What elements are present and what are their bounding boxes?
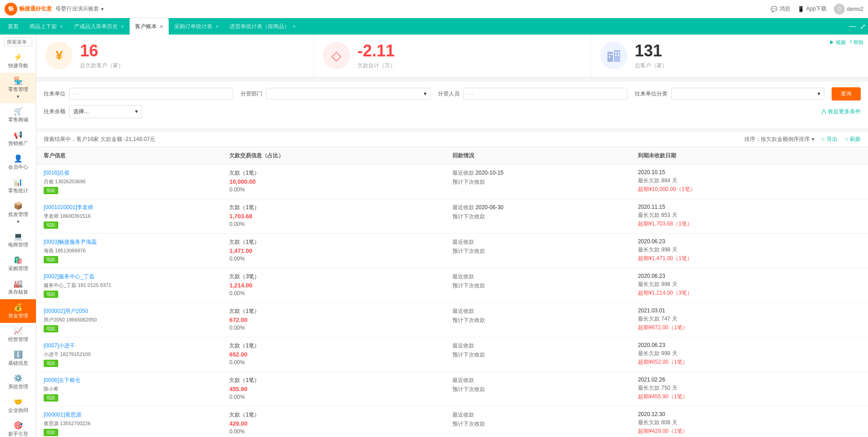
sidebar-item-retail-mgmt[interactable]: 🏪 零售管理 ▾ bbox=[0, 73, 36, 103]
debt-count-6: 欠款（1笔） bbox=[229, 377, 452, 384]
sidebar-item-ecommerce[interactable]: 💻 电商管理 bbox=[0, 228, 36, 252]
business-icon: 📈 bbox=[14, 326, 23, 335]
sidebar-item-member[interactable]: 👤 会员中心 bbox=[0, 151, 36, 174]
overdue-link-0[interactable]: 超期¥10,000.00（1笔） bbox=[638, 186, 696, 192]
stat-info-1: 16 总欠款客户（家） bbox=[80, 42, 124, 70]
debt-percent-0: 0.00% bbox=[229, 186, 452, 193]
sidebar-item-new-guide[interactable]: 🎯 新手引导 bbox=[0, 417, 36, 437]
tab-bar-actions: — ⤢ bbox=[849, 22, 866, 31]
from-unit-input[interactable]: ··· bbox=[69, 88, 233, 100]
filter-area: 往来单位 ··· 分管部门 ▾ 分管人员 ··· bbox=[36, 82, 868, 128]
message-icon: 💬 bbox=[771, 6, 778, 12]
overdue-link-3[interactable]: 超期¥1,214.00（3笔） bbox=[638, 290, 692, 296]
debt-amount-4[interactable]: 672.00 bbox=[229, 316, 452, 323]
overdue-link-1[interactable]: 超期¥1,703.68（1笔） bbox=[638, 221, 692, 227]
tab-close-account[interactable]: ✕ bbox=[160, 24, 163, 29]
tab-close-products[interactable]: ✕ bbox=[60, 24, 63, 29]
sidebar-item-system[interactable]: ⚙️ 系统管理 bbox=[0, 370, 36, 394]
client-name-5[interactable]: [0007]小进干 bbox=[44, 342, 229, 350]
filter-row-1: 往来单位 ··· 分管部门 ▾ 分管人员 ··· bbox=[44, 87, 861, 100]
search-menu-input[interactable] bbox=[4, 37, 32, 46]
tab-close-production[interactable]: ✕ bbox=[120, 24, 124, 29]
user-menu[interactable]: D demo2 bbox=[834, 4, 863, 15]
overdue-link-4[interactable]: 超期¥672.00（1笔） bbox=[638, 324, 688, 331]
client-info-1: [0001020001]李老师 李老师 18600391516 现款 bbox=[44, 204, 229, 229]
stat-icon-1: ¥ bbox=[45, 42, 73, 69]
collapse-button[interactable]: ⋀ 收起更多条件 bbox=[822, 108, 861, 116]
overdue-link-2[interactable]: 超期¥1,471.00（1笔） bbox=[638, 255, 692, 261]
person-input[interactable]: ··· bbox=[463, 88, 627, 100]
tab-close-purchase-order[interactable]: ✕ bbox=[215, 24, 219, 29]
app-download-button[interactable]: 📱 App下载 bbox=[798, 5, 827, 13]
dept-select[interactable]: ▾ bbox=[266, 88, 430, 100]
client-name-1[interactable]: [0001020001]李老师 bbox=[44, 204, 229, 211]
client-tag-6: 现款 bbox=[44, 394, 58, 402]
retail-mgmt-icon: 🏪 bbox=[14, 76, 23, 85]
tab-purchase-order[interactable]: 采购订单统计表 ✕ bbox=[169, 18, 224, 35]
sidebar-item-batch-mgmt[interactable]: 📦 批发管理 ▾ bbox=[0, 198, 36, 228]
debt-amount-3[interactable]: 1,214.00 bbox=[229, 282, 452, 289]
tab-close-purchase-stats[interactable]: ✕ bbox=[292, 24, 296, 29]
due-info-0: 2020.10.15 最长欠款 884 天 超期¥10,000.00（1笔） bbox=[638, 169, 861, 193]
sidebar-item-enterprise[interactable]: 🤝 企业协同 bbox=[0, 394, 36, 417]
window-minimize-icon[interactable]: — bbox=[849, 22, 856, 31]
debt-info-5: 欠款（1笔） 652.00 0.00% bbox=[229, 342, 452, 366]
export-button[interactable]: ○ 导出 bbox=[822, 136, 838, 143]
svg-rect-2 bbox=[609, 54, 610, 55]
client-name-7[interactable]: [000001]黄思源 bbox=[44, 411, 229, 419]
tab-production[interactable]: 产成品入库单历史 ✕ bbox=[69, 18, 130, 35]
debt-amount-1[interactable]: 1,703.68 bbox=[229, 213, 452, 220]
sort-label: 排序：按欠款金额倒序排序 ▾ bbox=[744, 136, 814, 143]
refresh-button[interactable]: ○ 刷新 bbox=[845, 136, 861, 143]
client-info-0: [0016]吕俊 吕俊 13026203696 现款 bbox=[44, 169, 229, 194]
debt-amount-5[interactable]: 652.00 bbox=[229, 351, 452, 358]
building-svg bbox=[606, 47, 622, 64]
overdue-link-5[interactable]: 超期¥652.00（1笔） bbox=[638, 359, 688, 365]
view-icon[interactable]: ▶ 视频 bbox=[829, 39, 846, 46]
sidebar-item-quick-nav[interactable]: ⚡ 快捷导航 bbox=[0, 49, 36, 73]
client-info-5: [0007]小进干 小进干 18279152100 现款 bbox=[44, 342, 229, 367]
due-info-2: 2020.06.23 最长欠款 998 天 超期¥1,471.00（1笔） bbox=[638, 238, 861, 262]
industry-selector[interactable]: 母婴行业演示账套 ▾ bbox=[55, 5, 104, 13]
sidebar-item-marketing[interactable]: 📢 营销推广 bbox=[0, 127, 36, 151]
client-phone-2: 海燕 18513066976 bbox=[44, 247, 229, 254]
table-row: [000001]黄思源 黄思源 13552700226 现款 欠款（1笔） 42… bbox=[36, 407, 868, 437]
sort-dropdown-icon[interactable]: ▾ bbox=[812, 136, 814, 142]
overdue-link-7[interactable]: 超期¥429.00（1笔） bbox=[638, 428, 688, 434]
client-name-0[interactable]: [0016]吕俊 bbox=[44, 169, 229, 177]
help-icon[interactable]: ? 帮助 bbox=[849, 39, 863, 46]
tab-home[interactable]: 首页 bbox=[2, 18, 24, 35]
debt-amount-7[interactable]: 429.00 bbox=[229, 420, 452, 427]
person-label: 分管人员 bbox=[438, 90, 460, 98]
client-name-2[interactable]: [0003]畅捷服务尹海蕊 bbox=[44, 238, 229, 246]
sidebar-item-business[interactable]: 📈 经营管理 bbox=[0, 323, 36, 347]
window-maximize-icon[interactable]: ⤢ bbox=[860, 22, 866, 31]
balance-select[interactable]: 选择... ▾ bbox=[69, 105, 142, 118]
unit-category-select[interactable]: ▾ bbox=[671, 88, 824, 100]
client-name-6[interactable]: [0006]去下粮仓 bbox=[44, 377, 229, 384]
debt-amount-2[interactable]: 1,471.00 bbox=[229, 247, 452, 254]
tab-products[interactable]: 商品上下架 ✕ bbox=[24, 18, 69, 35]
batch-mgmt-icon: 📦 bbox=[14, 201, 23, 210]
sidebar-item-purchase[interactable]: 🛍️ 采购管理 bbox=[0, 252, 36, 276]
debt-amount-0[interactable]: 10,000.00 bbox=[229, 178, 452, 185]
client-name-4[interactable]: [000002]用户2050 bbox=[44, 307, 229, 315]
client-info-3: [0002]服务中心_丁磊 服务中心_丁磊 181 0125 8371 现款 bbox=[44, 273, 229, 298]
client-name-3[interactable]: [0002]服务中心_丁磊 bbox=[44, 273, 229, 281]
tab-purchase-stats[interactable]: 进货单统计表（按商品） ✕ bbox=[224, 18, 301, 35]
message-button[interactable]: 💬 消息 bbox=[771, 5, 790, 13]
tab-account[interactable]: 客户账本 ✕ bbox=[130, 18, 169, 35]
overdue-link-6[interactable]: 超期¥455.90（1笔） bbox=[638, 393, 688, 400]
sidebar-item-retail-mall[interactable]: 🛒 零售商城 bbox=[0, 103, 36, 127]
client-tag-7: 现款 bbox=[44, 429, 58, 436]
due-days-0: 最长欠款 884 天 bbox=[638, 177, 861, 185]
sidebar-item-finance[interactable]: 💰 资金管理 bbox=[0, 299, 36, 323]
client-info-6: [0006]去下粮仓 陈小希 现款 bbox=[44, 377, 229, 402]
sidebar-item-basic-info[interactable]: ℹ️ 基础信息 bbox=[0, 347, 36, 370]
query-button[interactable]: 查询 bbox=[832, 87, 861, 100]
debt-amount-6[interactable]: 455.90 bbox=[229, 386, 452, 392]
system-icon: ⚙️ bbox=[14, 374, 23, 382]
return-info-6: 最近收款 预计下次收款 bbox=[452, 377, 638, 393]
sidebar-item-retail-stats[interactable]: 📊 零售统计 bbox=[0, 174, 36, 198]
sidebar-item-inventory[interactable]: 🏭 库存核算 bbox=[0, 276, 36, 299]
